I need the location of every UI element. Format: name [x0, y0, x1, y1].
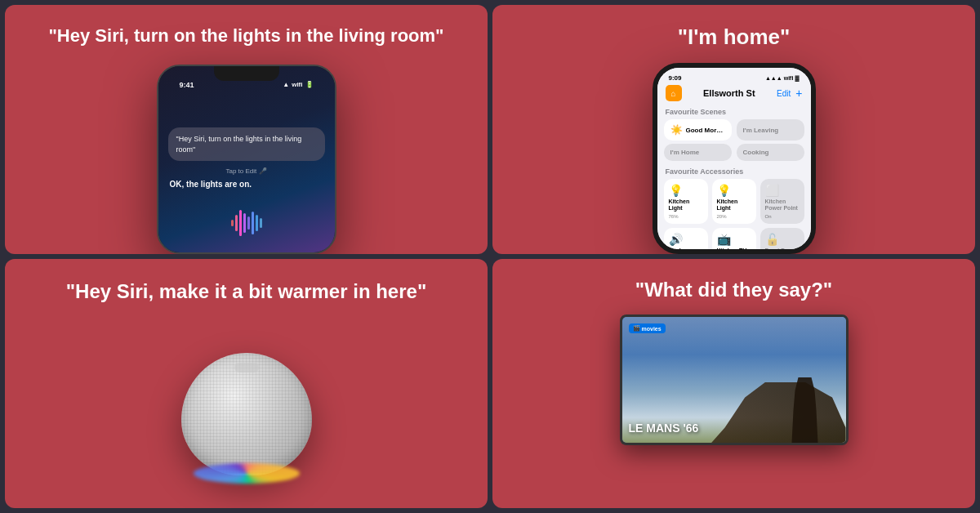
home-wifi-icon: wifi — [784, 75, 794, 81]
what-did-they-say-quote: "What did they say?" — [611, 279, 857, 301]
siri-lights-quote: "Hey Siri, turn on the lights in the liv… — [16, 25, 476, 48]
homepod-mini — [173, 349, 320, 480]
tv-icon: 📺 — [717, 233, 751, 246]
siri-response: OK, the lights are on. — [168, 180, 325, 189]
siri-screen: 9:41 ▲ wifi 🔋 "Hey Siri, turn on the lig… — [158, 66, 335, 252]
accessory-kitchen-tv[interactable]: 📺 Kitchen TV On — [712, 228, 756, 249]
home-battery-icon: ▓ — [795, 75, 799, 81]
scene-home-label: I'm Home — [670, 149, 700, 156]
siri-phone-mockup: 9:41 ▲ wifi 🔋 "Hey Siri, turn on the lig… — [157, 65, 336, 254]
home-signal-icon: ▲▲▲ — [765, 75, 782, 81]
home-nav-title: Ellsworth St — [703, 88, 755, 98]
homepod-icon: 🔊 — [669, 233, 703, 246]
power-name: Kitchen Power Point — [765, 199, 800, 212]
tv-title-overlay: LE MANS '66 — [629, 422, 699, 435]
favourite-scenes-label: Favourite Scenes — [657, 105, 811, 118]
light-icon-1: 💡 — [669, 184, 703, 197]
home-app-phone: 9:09 ▲▲▲ wifi ▓ ⌂ Ellsworth St Edit + — [653, 63, 816, 254]
tv-movies-badge: 🎬 movies — [629, 323, 666, 333]
homepod-body — [181, 353, 312, 475]
scene-cooking[interactable]: Cooking — [737, 144, 804, 161]
home-add-button[interactable]: + — [795, 87, 802, 100]
favourite-accessories-label: Favourite Accessories — [657, 164, 811, 177]
siri-bubble-text: "Hey Siri, turn on the lights in the liv… — [176, 134, 317, 154]
homepod-siri-ring — [194, 463, 300, 484]
siri-bubble: "Hey Siri, turn on the lights in the liv… — [168, 127, 325, 161]
home-nav-bar: ⌂ Ellsworth St Edit + — [657, 83, 811, 105]
movies-icon: 🎬 — [633, 325, 640, 332]
home-edit-button[interactable]: Edit — [777, 89, 791, 98]
scene-im-leaving[interactable]: I'm Leaving — [737, 119, 804, 141]
door-name: Front Door — [765, 248, 800, 249]
scene-leaving-label: I'm Leaving — [743, 127, 779, 134]
tv-movie-title: LE MANS '66 — [629, 422, 699, 435]
wifi-icon: wifi — [292, 81, 302, 88]
movies-label: movies — [642, 326, 662, 332]
scene-good-morning[interactable]: ☀️ Good Morning — [664, 119, 732, 141]
im-home-quote: "I'm home" — [645, 25, 823, 50]
signal-icon: ▲ — [283, 81, 289, 88]
home-icon: ⌂ — [666, 85, 682, 101]
phone-time: 9:41 — [180, 81, 194, 89]
scene-im-home[interactable]: I'm Home — [664, 144, 732, 161]
scene-morning-icon: ☀️ — [670, 124, 683, 136]
siri-wave — [168, 210, 325, 243]
light-2-name: Kitchen Light — [717, 199, 751, 212]
accessory-front-door[interactable]: 🔓 Front Door Unlocked — [760, 228, 804, 249]
panel-siri-warmer: "Hey Siri, make it a bit warmer in here" — [5, 259, 488, 508]
light-icon-2: 💡 — [717, 184, 751, 197]
accessory-kitchen-light-2[interactable]: 💡 Kitchen Light 20% — [712, 179, 756, 224]
panel-what-did-they-say: "What did they say?" 🎬 movies LE MANS '6… — [492, 259, 975, 508]
homepod-container — [5, 320, 488, 508]
phone-notch — [214, 66, 279, 81]
battery-icon: 🔋 — [305, 81, 314, 88]
tv-screen: 🎬 movies LE MANS '66 — [622, 317, 846, 443]
scenes-row: ☀️ Good Morning I'm Leaving — [657, 118, 811, 144]
light-2-status: 20% — [717, 214, 751, 219]
light-1-name: Kitchen Light — [669, 199, 703, 212]
power-icon: ⬜ — [765, 184, 800, 197]
scene-cooking-label: Cooking — [743, 149, 769, 156]
home-app-screen: 9:09 ▲▲▲ wifi ▓ ⌂ Ellsworth St Edit + — [657, 68, 811, 249]
home-phone-time: 9:09 — [669, 74, 682, 82]
accessories-grid: 💡 Kitchen Light 76% 💡 Kitchen Light 20% … — [657, 177, 811, 249]
accessory-kitchen-homepod[interactable]: 🔊 Kitchen HomePod Playing — [664, 228, 708, 249]
homepod-touch-area — [234, 363, 259, 372]
homepod-name: Kitchen HomePod — [669, 248, 703, 249]
home-status-bar: 9:09 ▲▲▲ wifi ▓ — [657, 68, 811, 83]
siri-tap-edit: Tap to Edit 🎤 — [168, 167, 325, 175]
scenes-row-2: I'm Home Cooking — [657, 144, 811, 164]
scene-morning-label: Good Morning — [686, 127, 725, 134]
accessory-kitchen-light-1[interactable]: 💡 Kitchen Light 76% — [664, 179, 708, 224]
home-nav-actions: Edit + — [777, 87, 802, 100]
light-1-status: 76% — [669, 214, 703, 219]
tv-mockup: 🎬 movies LE MANS '66 — [620, 314, 849, 445]
accessory-kitchen-power[interactable]: ⬜ Kitchen Power Point On — [760, 179, 804, 224]
siri-warmer-quote: "Hey Siri, make it a bit warmer in here" — [33, 279, 460, 304]
door-icon: 🔓 — [765, 233, 800, 246]
power-status: On — [765, 214, 800, 219]
panel-siri-lights: "Hey Siri, turn on the lights in the liv… — [5, 5, 488, 254]
tv-name: Kitchen TV — [717, 248, 751, 249]
panel-im-home: "I'm home" 9:09 ▲▲▲ wifi ▓ ⌂ Ellsworth S… — [492, 5, 975, 254]
